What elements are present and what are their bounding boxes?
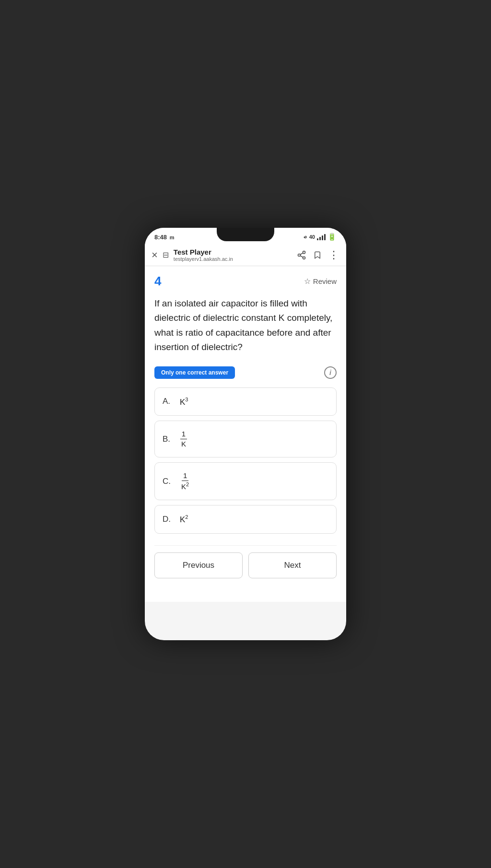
question-text: If an isolated air capacitor is filled w…	[154, 296, 337, 355]
site-name: Test Player	[174, 248, 292, 256]
notch	[217, 228, 274, 241]
time-text: 8:48	[154, 234, 167, 241]
signal-bars-icon	[317, 234, 326, 240]
fraction-b: 1 K	[180, 430, 187, 448]
navigation-buttons: Previous Next	[154, 545, 337, 583]
option-a-value: K3	[180, 397, 188, 407]
phone-frame: 8:48 m ꩜ 40 🔋 × ⊟ Test Player testplayer…	[145, 228, 346, 640]
next-button[interactable]: Next	[248, 552, 337, 578]
answer-type-row: Only one correct answer i	[154, 366, 337, 379]
question-number: 4	[154, 274, 161, 289]
close-button[interactable]: ×	[152, 249, 158, 261]
browser-action-buttons: ⋮	[297, 249, 339, 261]
option-b-label: B.	[163, 434, 174, 444]
option-b[interactable]: B. 1 K	[154, 421, 337, 457]
option-c[interactable]: C. 1 K2	[154, 462, 337, 500]
site-url: testplayerv1.aakash.ac.in	[174, 256, 292, 262]
signal-text: ꩜ 40	[303, 234, 315, 240]
browser-bar: × ⊟ Test Player testplayerv1.aakash.ac.i…	[145, 244, 346, 266]
browser-title-area: Test Player testplayerv1.aakash.ac.in	[174, 248, 292, 262]
question-header: 4 ☆ Review	[154, 274, 337, 289]
answer-type-badge: Only one correct answer	[154, 366, 235, 379]
time-suffix: m	[170, 235, 175, 240]
time-display: 8:48 m	[154, 234, 174, 241]
svg-line-3	[300, 256, 303, 257]
option-d-label: D.	[163, 515, 174, 524]
option-a-label: A.	[163, 397, 174, 406]
status-icons: ꩜ 40 🔋	[303, 233, 337, 241]
star-icon: ☆	[304, 277, 311, 286]
svg-line-4	[300, 253, 303, 254]
share-button[interactable]	[297, 250, 306, 260]
info-icon[interactable]: i	[324, 366, 337, 379]
option-c-value: 1 K2	[180, 471, 190, 491]
option-d[interactable]: D. K2	[154, 505, 337, 534]
review-button[interactable]: ☆ Review	[304, 277, 337, 286]
option-b-value: 1 K	[180, 430, 187, 448]
bookmark-button[interactable]	[313, 250, 322, 260]
close-icon: ×	[152, 249, 158, 261]
content-area: 4 ☆ Review If an isolated air capacitor …	[145, 266, 346, 602]
option-a[interactable]: A. K3	[154, 387, 337, 416]
previous-button[interactable]: Previous	[154, 552, 243, 578]
more-button[interactable]: ⋮	[328, 249, 339, 261]
review-label: Review	[313, 277, 337, 285]
fraction-c: 1 K2	[180, 471, 190, 491]
options-list: A. K3 B. 1 K C. 1 K2	[154, 387, 337, 534]
option-c-label: C.	[163, 477, 174, 486]
battery-icon: 🔋	[327, 233, 337, 241]
reader-mode-icon: ⊟	[163, 250, 169, 259]
option-d-value: K2	[180, 514, 188, 525]
